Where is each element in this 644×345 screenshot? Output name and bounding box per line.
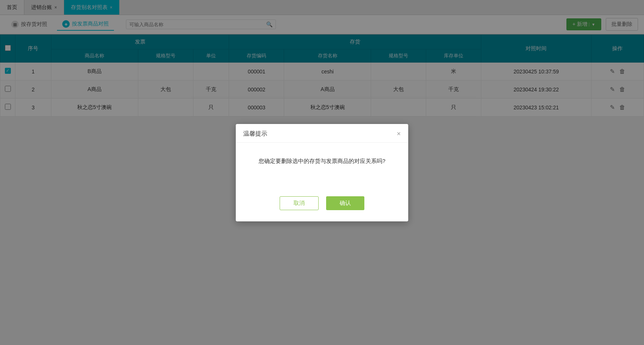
modal-overlay: 温馨提示 × 您确定要删除选中的存货与发票商品的对应关系吗? 取消 确认 (0, 0, 644, 116)
